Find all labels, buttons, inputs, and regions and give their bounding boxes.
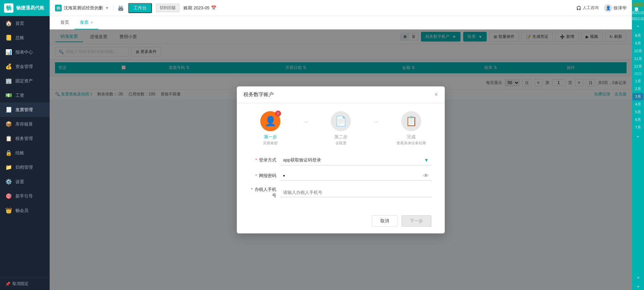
login-method-label: * 登录方式 xyxy=(250,157,280,163)
company-icon: 🏢 xyxy=(55,5,62,11)
month-1[interactable]: 1月 xyxy=(633,78,643,85)
service-button[interactable]: 🎧 人工咨询 xyxy=(576,5,599,11)
year-2023: 2023 xyxy=(634,71,642,77)
month-12[interactable]: 12月 xyxy=(633,63,643,70)
workbench-button[interactable]: 工作台 xyxy=(128,3,152,13)
sidebar-item-guide[interactable]: 🎯 新手引导 xyxy=(0,189,50,203)
month-5[interactable]: 5月 xyxy=(633,108,643,116)
tab-close-icon[interactable]: × xyxy=(91,20,93,25)
collapse-panel-btn[interactable]: ⌃⌄ xyxy=(636,276,640,289)
step-2-label: 第二步 xyxy=(334,134,347,140)
phone-input[interactable] xyxy=(280,188,431,197)
calendar-icon[interactable]: 📅 xyxy=(211,5,216,10)
sidebar-item-tax[interactable]: 📋 税务管理 xyxy=(0,131,50,146)
step-error-badge: ! xyxy=(275,111,281,117)
dialog-form: * 登录方式 app获取验证码登录 ▼ * xyxy=(250,155,431,199)
period-end-display: 2023.03 xyxy=(631,16,644,21)
toggle-password-icon[interactable]: 👁 xyxy=(423,173,429,179)
sidebar-item-inventory[interactable]: 📦 库存核算 xyxy=(0,117,50,131)
period-display: 账期 2023-05 📅 xyxy=(183,5,216,11)
sidebar-item-label: 库存核算 xyxy=(15,121,33,127)
closing-icon: 🔒 xyxy=(5,150,12,156)
step-arrow-1: → xyxy=(290,111,321,126)
sidebar-item-label: 工资 xyxy=(15,92,24,98)
sidebar-item-reports[interactable]: 📊 报表中心 xyxy=(0,45,50,59)
sidebar-item-label: 结账 xyxy=(15,150,24,156)
assets-icon: 🏢 xyxy=(5,78,12,84)
step-1-desc: 完善账密 xyxy=(263,141,278,146)
logo-icon: 畅 xyxy=(4,3,13,13)
switch-version-button[interactable]: 切到旧版 xyxy=(156,4,179,12)
login-method-select[interactable]: app获取验证码登录 ▼ xyxy=(280,155,431,165)
open-date-panel-button[interactable]: 开票日期 xyxy=(633,3,643,7)
member-icon: 👑 xyxy=(5,207,12,214)
month-nav-down[interactable]: ⌄ xyxy=(636,132,640,140)
month-7[interactable]: 7月 xyxy=(633,124,643,131)
topbar-right: 🎧 人工咨询 👤 徐泽华 xyxy=(576,4,627,12)
month-10[interactable]: 10月 xyxy=(633,48,643,55)
password-label: * 网报密码 xyxy=(250,173,280,179)
avatar-icon: 👤 xyxy=(604,4,612,12)
password-input-wrapper: 👁 xyxy=(280,171,431,180)
month-3[interactable]: 3月 xyxy=(633,93,643,100)
steps-indicator: 👤 ! 第一步 完善账密 → xyxy=(250,111,431,146)
printer-icon[interactable]: 🖨️ xyxy=(117,5,124,11)
right-panel: 开票日期 2023.03 2023.03 ⌃ 8月 9月 10月 11月 12月… xyxy=(632,0,644,290)
month-6[interactable]: 6月 xyxy=(633,116,643,123)
page-content: 销项发票 进项发票 费用小票 ⊞ ☰ 税务数字账户 ▼ 取票 ▼ xyxy=(50,29,632,290)
sidebar-item-assets[interactable]: 🏢 固定资产 xyxy=(0,74,50,88)
sidebar-item-label: 设置 xyxy=(15,179,24,185)
dialog-close-button[interactable]: × xyxy=(434,91,438,98)
step-3: 📋 完成 查看具体任务结果 xyxy=(391,111,431,146)
sidebar-item-label: 首页 xyxy=(15,20,24,26)
month-11[interactable]: 11月 xyxy=(633,55,643,62)
tax-digital-dialog: 税务数字账户 × 👤 ! 第一步 完善账密 xyxy=(237,86,445,233)
sidebar-item-payroll[interactable]: 💵 工资 xyxy=(0,88,50,102)
company-selector[interactable]: 🏢 沈海英测试经营勿删 ▼ xyxy=(55,5,109,11)
month-2[interactable]: 2月 xyxy=(633,85,643,92)
select-dropdown-icon: ▼ xyxy=(424,157,429,163)
sidebar-item-member[interactable]: 👑 畅会员 xyxy=(0,203,50,218)
topbar: 🏢 沈海英测试经营勿删 ▼ 🖨️ 工作台 切到旧版 账期 2023-05 📅 🎧… xyxy=(50,0,632,16)
month-8[interactable]: 8月 xyxy=(633,32,643,39)
dialog-title: 税务数字账户 xyxy=(244,91,274,98)
sidebar-item-closing[interactable]: 🔒 结账 xyxy=(0,146,50,160)
sidebar-item-label: 发票管理 xyxy=(15,107,33,113)
user-menu[interactable]: 👤 徐泽华 xyxy=(604,4,627,12)
sidebar-item-label: 总账 xyxy=(15,35,24,41)
sidebar-item-archive[interactable]: 📁 归档管理 xyxy=(0,160,50,174)
password-input[interactable] xyxy=(283,173,423,179)
sidebar-item-invoice[interactable]: 🧾 发票管理 xyxy=(0,102,50,117)
cancel-fixed-btn[interactable]: 📌 取消固定 xyxy=(0,278,50,290)
step-2: 📄 第二步 去取票 xyxy=(321,111,361,146)
ledger-icon: 📒 xyxy=(5,34,12,41)
cancel-button[interactable]: 取消 xyxy=(372,215,397,227)
month-4[interactable]: 4月 xyxy=(633,101,643,108)
phone-row: * 办税人手机号 xyxy=(250,187,431,199)
sidebar-item-label: 新手引导 xyxy=(15,193,33,199)
password-row: * 网报密码 👁 xyxy=(250,171,431,180)
guide-icon: 🎯 xyxy=(5,193,12,199)
step-3-label: 完成 xyxy=(407,134,416,140)
sidebar-item-label: 固定资产 xyxy=(15,78,33,84)
sidebar-item-label: 归档管理 xyxy=(15,164,33,170)
sidebar-item-capital[interactable]: 💰 资金管理 xyxy=(0,59,50,74)
tab-invoice[interactable]: 发票 × xyxy=(74,16,98,29)
dialog-footer: 取消 下一步 xyxy=(237,211,445,233)
step-1: 👤 ! 第一步 完善账密 xyxy=(250,111,290,146)
inventory-icon: 📦 xyxy=(5,121,12,127)
month-nav-up[interactable]: ⌃ xyxy=(636,23,640,31)
login-method-row: * 登录方式 app获取验证码登录 ▼ xyxy=(250,155,431,165)
dialog-body: 👤 ! 第一步 完善账密 → xyxy=(237,103,445,211)
nav-tabs: 首页 发票 × xyxy=(50,16,632,29)
sidebar-item-ledger[interactable]: 📒 总账 xyxy=(0,30,50,45)
step-3-icon: 📋 xyxy=(401,111,421,131)
tab-home[interactable]: 首页 xyxy=(55,16,74,29)
invoice-icon: 🧾 xyxy=(5,106,12,113)
login-method-value: app获取验证码登录 xyxy=(283,157,321,163)
sidebar-item-settings[interactable]: ⚙️ 设置 xyxy=(0,174,50,189)
next-button[interactable]: 下一步 xyxy=(401,215,431,227)
sidebar-item-home[interactable]: 🏠 首页 xyxy=(0,16,50,30)
month-9[interactable]: 9月 xyxy=(633,40,643,47)
home-icon: 🏠 xyxy=(5,20,12,26)
